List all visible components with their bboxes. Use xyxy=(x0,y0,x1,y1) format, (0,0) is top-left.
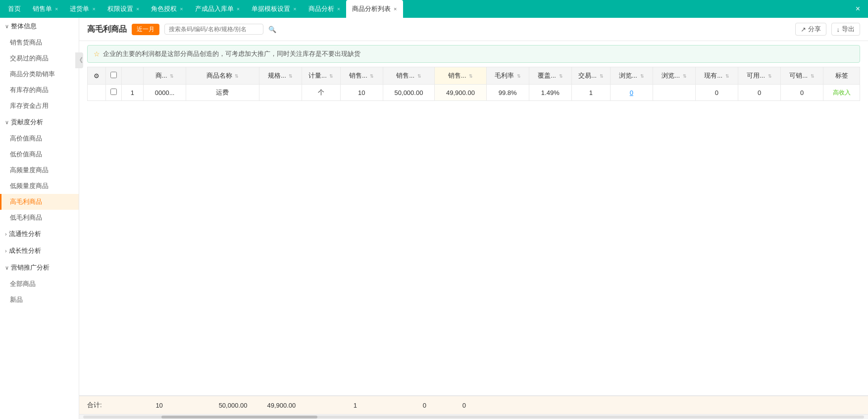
close-role-tab[interactable]: × xyxy=(180,6,183,12)
footer-sales-amount: 50,000.00 xyxy=(209,402,257,409)
col-code[interactable]: 商... ⇅ xyxy=(144,67,186,85)
row-coverage-cell: 1.49% xyxy=(529,85,571,101)
col-sales-qty[interactable]: 销售... ⇅ xyxy=(340,67,383,85)
table-container: ⚙ 商... ⇅ 商品名称 xyxy=(79,67,868,395)
col-trade[interactable]: 交易... ⇅ xyxy=(571,67,610,85)
footer-trade: 1 xyxy=(306,402,405,409)
sort-code-icon: ⇅ xyxy=(170,74,174,79)
search-button[interactable]: 🔍 xyxy=(268,25,276,33)
sidebar-item-sales-goods[interactable]: 销售货商品 xyxy=(0,35,79,50)
close-template-tab[interactable]: × xyxy=(293,6,296,12)
growth-arrow-icon: › xyxy=(5,248,7,254)
share-icon: ↗ xyxy=(801,26,806,33)
nav-role[interactable]: 角色授权 × xyxy=(145,0,189,18)
close-stock-in-tab[interactable]: × xyxy=(237,6,240,12)
footer-total-bar: 合计: 10 50,000.00 49,900.00 1 0 0 xyxy=(79,395,868,414)
sort-browse2-icon: ⇅ xyxy=(683,74,687,79)
scroll-track[interactable] xyxy=(83,416,864,419)
sidebar-item-low-margin[interactable]: 低毛利商品 xyxy=(0,210,79,226)
sidebar-group-finance[interactable]: ∨ 贡献度分析 xyxy=(0,114,79,131)
nav-goods-analysis-list[interactable]: 商品分析列表 × xyxy=(346,0,403,18)
sidebar-item-high-freq[interactable]: 高频量度商品 xyxy=(0,162,79,178)
nav-purchase[interactable]: 进货单 × xyxy=(64,0,101,18)
overall-arrow-icon: ∨ xyxy=(5,23,9,30)
sidebar-item-stocked-goods[interactable]: 有库存的商品 xyxy=(0,82,79,98)
col-coverage[interactable]: 覆盖... ⇅ xyxy=(529,67,571,85)
sidebar-group-growth[interactable]: › 成长性分析 xyxy=(0,242,79,259)
search-input[interactable] xyxy=(164,24,263,35)
sidebar-item-low-freq[interactable]: 低频量度商品 xyxy=(0,178,79,194)
scroll-thumb[interactable] xyxy=(161,416,317,419)
sort-trade-icon: ⇅ xyxy=(600,74,604,79)
sidebar-group-overall[interactable]: ∨ 整体信息 xyxy=(0,18,79,35)
close-sales-tab[interactable]: × xyxy=(55,6,58,12)
row-browse1-cell[interactable]: 0 xyxy=(610,85,653,101)
close-purchase-tab[interactable]: × xyxy=(92,6,95,12)
sort-sellable-icon: ⇅ xyxy=(811,74,815,79)
footer-sales-qty: 10 xyxy=(110,402,209,409)
col-unit[interactable]: 计量... ⇅ xyxy=(302,67,340,85)
footer-sales-profit: 49,900.00 xyxy=(257,402,306,409)
export-button[interactable]: ↓ 导出 xyxy=(831,23,861,36)
col-tag[interactable]: 标签 xyxy=(823,67,860,85)
row-checkbox-cell[interactable] xyxy=(105,85,121,101)
close-goods-analysis-list-tab[interactable]: × xyxy=(394,6,397,12)
nav-permission[interactable]: 权限设置 × xyxy=(102,0,145,18)
col-sales-profit[interactable]: 销售... ⇅ xyxy=(435,67,486,85)
nav-template[interactable]: 单据模板设置 × xyxy=(246,0,302,18)
col-spec[interactable]: 规格... ⇅ xyxy=(259,67,302,85)
top-navigation: 首页 销售单 × 进货单 × 权限设置 × 角色授权 × 产成品入库单 × 单据… xyxy=(0,0,868,18)
nav-goods-analysis[interactable]: 商品分析 × xyxy=(303,0,346,18)
sidebar-group-marketing[interactable]: ∨ 营销推广分析 xyxy=(0,259,79,276)
marketing-arrow-icon: ∨ xyxy=(5,265,9,271)
sort-current-stock-icon: ⇅ xyxy=(725,74,729,79)
col-settings[interactable]: ⚙ xyxy=(88,67,106,85)
col-checkbox[interactable] xyxy=(105,67,121,85)
col-available[interactable]: 可用... ⇅ xyxy=(738,67,780,85)
close-permission-tab[interactable]: × xyxy=(136,6,139,12)
row-sales-qty-cell: 10 xyxy=(340,85,383,101)
sidebar-item-traded-goods[interactable]: 交易过的商品 xyxy=(0,50,79,66)
sidebar-item-low-value[interactable]: 低价值商品 xyxy=(0,146,79,162)
sidebar-item-stock-fund[interactable]: 库存资金占用 xyxy=(0,98,79,114)
search-icon: 🔍 xyxy=(268,26,276,33)
row-sellable-cell: 0 xyxy=(781,85,823,101)
export-icon: ↓ xyxy=(837,26,840,33)
sidebar-item-goods-analysis-rate[interactable]: 商品分类助销率 xyxy=(0,66,79,82)
col-current-stock[interactable]: 现有... ⇅ xyxy=(695,67,738,85)
sidebar-item-all-goods[interactable]: 全部商品 xyxy=(0,276,79,292)
nav-sales[interactable]: 销售单 × xyxy=(27,0,64,18)
sidebar-group-flow[interactable]: › 流通性分析 xyxy=(0,226,79,242)
sidebar-item-new-goods[interactable]: 新品 xyxy=(0,292,79,308)
col-margin-rate[interactable]: 毛利率 ⇅ xyxy=(486,67,529,85)
select-all-checkbox[interactable] xyxy=(110,72,117,78)
sort-sales-profit-icon: ⇅ xyxy=(469,74,473,79)
row-name-cell: 运费 xyxy=(186,85,259,101)
row-checkbox[interactable] xyxy=(110,89,117,95)
filter-recent-month-button[interactable]: 近一月 xyxy=(132,24,159,35)
row-num-cell: 1 xyxy=(121,85,143,101)
footer-values: 10 50,000.00 49,900.00 1 0 0 xyxy=(110,402,484,409)
col-browse1[interactable]: 浏览... ⇅ xyxy=(610,67,653,85)
close-goods-analysis-tab[interactable]: × xyxy=(337,6,340,12)
row-tag-cell: 高收入 xyxy=(823,85,860,101)
col-num xyxy=(121,67,143,85)
col-sales-amount[interactable]: 销售... ⇅ xyxy=(383,67,434,85)
col-sellable[interactable]: 可销... ⇅ xyxy=(781,67,823,85)
sidebar-item-high-margin[interactable]: 高毛利商品 xyxy=(0,194,79,210)
nav-stock-in[interactable]: 产成品入库单 × xyxy=(189,0,246,18)
col-browse2[interactable]: 浏览... ⇅ xyxy=(653,67,695,85)
finance-arrow-icon: ∨ xyxy=(5,119,9,126)
horizontal-scrollbar[interactable] xyxy=(79,414,868,419)
row-code-cell: 0000... xyxy=(144,85,186,101)
info-icon: ☆ xyxy=(94,50,100,58)
flow-arrow-icon: › xyxy=(5,231,7,237)
sidebar-item-high-value[interactable]: 高价值商品 xyxy=(0,131,79,146)
sort-margin-rate-icon: ⇅ xyxy=(517,74,521,79)
row-margin-rate-cell: 99.8% xyxy=(486,85,529,101)
nav-home[interactable]: 首页 xyxy=(2,0,27,18)
col-name[interactable]: 商品名称 ⇅ xyxy=(186,67,259,85)
share-button[interactable]: ↗ 分享 xyxy=(795,23,826,36)
window-close-button[interactable]: × xyxy=(850,4,866,13)
sidebar-collapse-button[interactable]: 《 xyxy=(75,52,83,68)
